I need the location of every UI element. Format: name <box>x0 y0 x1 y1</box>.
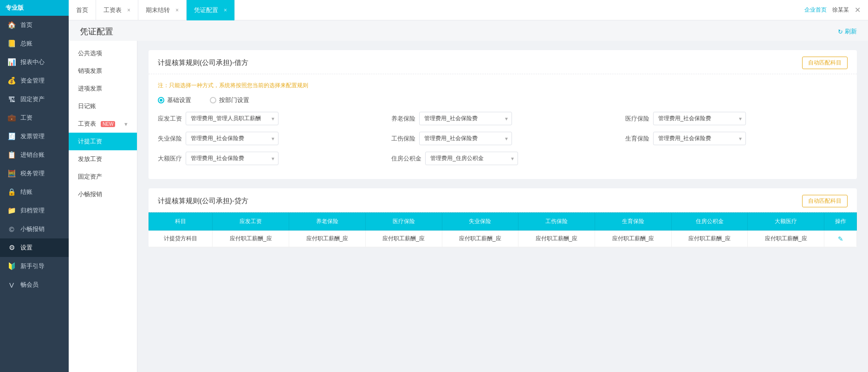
main-area: 首页 工资表 × 期末结转 × 凭证配置 × 企业首页 徐某某 ✕ 凭证配置 ↻… <box>69 0 868 372</box>
radio-basic[interactable]: 基础设置 <box>158 96 191 104</box>
close-period-close-tab[interactable]: × <box>175 7 179 13</box>
sidebar-item-guide[interactable]: 🔰 新手引导 <box>0 257 69 276</box>
left-nav-journal[interactable]: 日记账 <box>69 97 137 115</box>
row-major-medical: 应付职工薪酬_应 <box>748 231 824 247</box>
left-nav: 公共选项 销项发票 进项发票 日记账 工资表 NEW ▾ 计提工资 发放工资 <box>69 41 137 372</box>
refresh-button[interactable]: ↻ 刷新 <box>838 27 857 36</box>
col-subject: 科目 <box>149 213 213 231</box>
debit-section: 计提核算规则(公司承担)-借方 自动匹配科目 注：只能选择一种方式，系统将按照您… <box>149 50 857 179</box>
major-medical-select[interactable]: 管理费用_社会保险费 <box>186 152 279 165</box>
new-badge: NEW <box>101 121 115 127</box>
credit-section-header: 计提核算规则(公司承担)-贷方 自动匹配科目 <box>149 188 857 212</box>
sidebar-item-archive[interactable]: 📁 归档管理 <box>0 201 69 220</box>
col-injury: 工伤保险 <box>518 213 595 231</box>
form-row-2: 失业保险 管理费用_社会保险费 工伤保险 管理费用_社会保险费 <box>158 132 848 145</box>
pension-select[interactable]: 管理费用_社会保险费 <box>419 112 512 125</box>
row-housing: 应付职工薪酬_应 <box>671 231 748 247</box>
tab-payroll-table[interactable]: 工资表 × <box>96 0 138 20</box>
unemployment-label: 失业保险 <box>158 135 182 143</box>
left-nav-calc-payroll[interactable]: 计提工资 <box>69 133 137 150</box>
sidebar-item-tax[interactable]: 🧮 税务管理 <box>0 164 69 183</box>
row-unemployment: 应付职工薪酬_应 <box>442 231 518 247</box>
left-nav-payroll-table[interactable]: 工资表 NEW ▾ <box>69 115 137 133</box>
sidebar-item-home[interactable]: 🏠 首页 <box>0 16 69 34</box>
left-nav-expense[interactable]: 小畅报销 <box>69 186 137 203</box>
debit-section-body: 注：只能选择一种方式，系统将按照您当前的选择来配置规则 基础设置 按部门设置 <box>149 74 857 179</box>
medical-select[interactable]: 管理费用_社会保险费 <box>653 112 746 125</box>
radio-dept-circle <box>210 97 216 103</box>
left-nav-issue-payroll[interactable]: 发放工资 <box>69 150 137 168</box>
salary-select[interactable]: 管理费用_管理人员职工薪酬 <box>186 112 279 125</box>
unemployment-select[interactable]: 管理费用_社会保险费 <box>186 132 279 145</box>
row-edit-action[interactable]: ✎ <box>824 231 857 247</box>
left-nav-credit-invoice[interactable]: 销项发票 <box>69 62 137 80</box>
sidebar-item-xiaochang[interactable]: © 小畅报销 <box>0 220 69 238</box>
sidebar-item-closing[interactable]: 🔒 结账 <box>0 183 69 201</box>
right-content: 计提核算规则(公司承担)-借方 自动匹配科目 注：只能选择一种方式，系统将按照您… <box>137 41 868 372</box>
guide-icon: 🔰 <box>7 262 16 270</box>
salary-label: 应发工资 <box>158 115 182 123</box>
sidebar-item-member[interactable]: V 畅会员 <box>0 276 69 294</box>
sidebar-item-general-ledger[interactable]: 📒 总账 <box>0 34 69 53</box>
medical-label: 医疗保险 <box>625 115 649 123</box>
sidebar-item-reports[interactable]: 📊 报表中心 <box>0 53 69 71</box>
maternity-label: 生育保险 <box>625 135 649 143</box>
topbar-right: 企业首页 徐某某 ✕ <box>804 6 868 14</box>
row-salary: 应付职工薪酬_应 <box>213 231 289 247</box>
row-maternity: 应付职工薪酬_应 <box>595 231 672 247</box>
left-nav-fixed-assets[interactable]: 固定资产 <box>69 168 137 186</box>
tab-voucher-config[interactable]: 凭证配置 × <box>187 0 235 20</box>
field-unemployment: 失业保险 管理费用_社会保险费 <box>158 132 380 145</box>
sidebar-item-settings[interactable]: ⚙ 设置 <box>0 238 69 257</box>
field-salary: 应发工资 管理费用_管理人员职工薪酬 <box>158 112 380 125</box>
building-icon: 🏗 <box>7 96 16 103</box>
enterprise-home-link[interactable]: 企业首页 <box>804 6 827 14</box>
row-medical: 应付职工薪酬_应 <box>365 231 442 247</box>
col-maternity: 生育保险 <box>595 213 672 231</box>
col-housing: 住房公积金 <box>671 213 748 231</box>
credit-section-body: 科目 应发工资 养老保险 医疗保险 失业保险 工伤保险 生育保险 住房公积金 大… <box>149 212 857 247</box>
lock-icon: 🔒 <box>7 188 16 196</box>
sidebar-item-invoice[interactable]: 🧾 发票管理 <box>0 127 69 146</box>
col-medical: 医疗保险 <box>365 213 442 231</box>
sidebar-item-funds[interactable]: 💰 资金管理 <box>0 71 69 90</box>
close-payroll-table-tab[interactable]: × <box>127 7 130 13</box>
debit-section-title: 计提核算规则(公司承担)-借方 <box>158 58 248 67</box>
form-row-3: 大额医疗 管理费用_社会保险费 住房公积金 管理费用_住房公积金 <box>158 152 848 165</box>
chevron-down-icon: ▾ <box>124 121 128 128</box>
field-medical: 医疗保险 管理费用_社会保险费 <box>625 112 848 125</box>
tab-bar: 首页 工资表 × 期末结转 × 凭证配置 × 企业首页 徐某某 ✕ <box>69 0 868 20</box>
sidebar-item-payroll[interactable]: 💼 工资 <box>0 109 69 127</box>
maternity-select[interactable]: 管理费用_社会保险费 <box>653 132 746 145</box>
injury-label: 工伤保险 <box>391 135 415 143</box>
col-salary: 应发工资 <box>213 213 289 231</box>
copyright-icon: © <box>7 225 16 233</box>
credit-section-title: 计提核算规则(公司承担)-贷方 <box>158 197 248 205</box>
tax-icon: 🧮 <box>7 169 16 178</box>
brand-label: 专业版 <box>0 0 69 16</box>
chart-icon: 📊 <box>7 58 16 66</box>
close-voucher-config-tab[interactable]: × <box>224 7 227 13</box>
left-nav-debit-invoice[interactable]: 进项发票 <box>69 80 137 97</box>
close-main-icon[interactable]: ✕ <box>855 6 861 14</box>
tab-home[interactable]: 首页 <box>69 0 96 20</box>
edit-icon[interactable]: ✎ <box>838 235 843 243</box>
auto-match-debit-button[interactable]: 自动匹配科目 <box>802 57 848 69</box>
field-maternity: 生育保险 管理费用_社会保险费 <box>625 132 848 145</box>
injury-select[interactable]: 管理费用_社会保险费 <box>419 132 512 145</box>
radio-by-dept[interactable]: 按部门设置 <box>210 96 249 104</box>
left-nav-public-options[interactable]: 公共选项 <box>69 45 137 62</box>
field-major-medical: 大额医疗 管理费用_社会保险费 <box>158 152 380 165</box>
row-injury: 应付职工薪酬_应 <box>518 231 595 247</box>
housing-fund-select[interactable]: 管理费用_住房公积金 <box>425 152 518 165</box>
field-injury: 工伤保险 管理费用_社会保险费 <box>391 132 614 145</box>
username-label: 徐某某 <box>832 6 849 14</box>
debit-section-header: 计提核算规则(公司承担)-借方 自动匹配科目 <box>149 50 857 74</box>
auto-match-credit-button[interactable]: 自动匹配科目 <box>802 195 848 207</box>
sidebar-item-purchase-sales[interactable]: 📋 进销台账 <box>0 146 69 164</box>
list-icon: 📋 <box>7 151 16 159</box>
table-row: 计提贷方科目 应付职工薪酬_应 应付职工薪酬_应 应付职工薪酬_应 应付职工薪酬… <box>149 231 857 247</box>
sidebar-item-fixed-assets[interactable]: 🏗 固定资产 <box>0 90 69 109</box>
inner-layout: 公共选项 销项发票 进项发票 日记账 工资表 NEW ▾ 计提工资 发放工资 <box>69 41 868 372</box>
tab-period-close[interactable]: 期末结转 × <box>138 0 187 20</box>
